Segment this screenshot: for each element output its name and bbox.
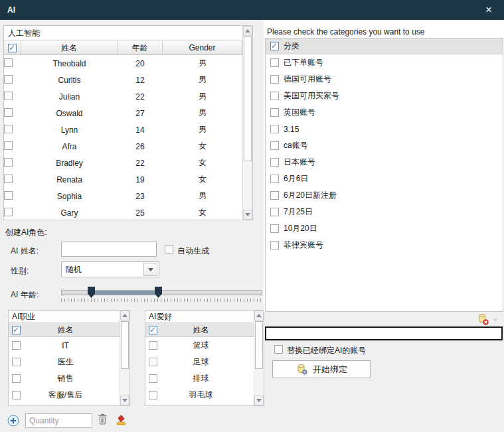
people-row[interactable]: Gary25女 — [4, 204, 242, 221]
row-checkbox[interactable] — [4, 141, 13, 150]
category-item-checkbox[interactable] — [270, 58, 279, 67]
category-item-checkbox[interactable] — [270, 92, 279, 100]
hobby-item[interactable]: 篮球 — [145, 337, 254, 354]
bind-account-input[interactable] — [265, 326, 503, 340]
category-item[interactable]: 菲律宾账号 — [266, 237, 503, 253]
scroll-up-icon[interactable] — [120, 311, 129, 321]
age-range-slider[interactable] — [61, 290, 262, 295]
occupation-item-checkbox[interactable] — [12, 374, 21, 383]
category-item[interactable]: 英国账号 — [266, 104, 503, 121]
category-item-label: 10月20日 — [284, 223, 317, 234]
hobby-item-checkbox[interactable] — [149, 374, 157, 383]
people-row[interactable]: Sophia23男 — [4, 188, 242, 204]
category-item-checkbox[interactable] — [270, 175, 279, 183]
category-item-checkbox[interactable] — [270, 191, 279, 200]
hobby-item-checkbox[interactable] — [149, 391, 157, 399]
scrollbar-thumb[interactable] — [244, 36, 252, 161]
category-item-checkbox[interactable] — [270, 158, 279, 167]
start-binding-button[interactable]: 开始绑定 — [272, 360, 371, 378]
scroll-up-icon[interactable] — [254, 311, 264, 321]
category-item[interactable]: 6月20日新注册 — [266, 187, 503, 204]
row-checkbox[interactable] — [4, 208, 13, 216]
category-item[interactable]: 10月20日 — [266, 220, 503, 237]
delete-button[interactable] — [98, 413, 108, 427]
hobby-item[interactable]: 羽毛球 — [145, 387, 254, 403]
category-select-all-checkbox[interactable] — [270, 42, 279, 50]
occupation-scrollbar[interactable] — [120, 311, 129, 405]
hobby-item-checkbox[interactable] — [149, 358, 157, 366]
occupation-item[interactable]: 医生 — [9, 354, 120, 370]
stamp-button[interactable] — [115, 413, 127, 428]
category-item-checkbox[interactable] — [270, 241, 279, 250]
hobby-scrollbar[interactable] — [254, 311, 264, 405]
slider-handle-max[interactable] — [155, 287, 162, 298]
scroll-down-icon[interactable] — [120, 396, 129, 405]
occupation-item-checkbox[interactable] — [12, 358, 21, 366]
row-checkbox[interactable] — [4, 191, 13, 200]
hobby-item[interactable]: 足球 — [145, 354, 254, 370]
occupation-item[interactable]: 销售 — [9, 370, 120, 387]
ai-name-input[interactable] — [61, 242, 157, 257]
occupation-header-label[interactable]: 姓名 — [21, 324, 120, 336]
category-item[interactable]: 美国可用买家号 — [266, 88, 503, 104]
occupation-select-all-checkbox[interactable] — [12, 326, 21, 334]
column-header-name[interactable]: 姓名 — [21, 41, 118, 54]
hobby-item-checkbox[interactable] — [149, 341, 157, 350]
occupation-item[interactable]: IT — [9, 337, 120, 354]
category-item-checkbox[interactable] — [270, 141, 279, 150]
replace-bound-checkbox[interactable] — [274, 345, 283, 354]
hobby-header-label[interactable]: 姓名 — [157, 324, 254, 336]
category-item-checkbox[interactable] — [270, 108, 279, 117]
occupation-item-checkbox[interactable] — [12, 391, 21, 399]
category-item-checkbox[interactable] — [270, 125, 279, 133]
category-item[interactable]: 德国可用账号 — [266, 71, 503, 88]
chevron-down-icon[interactable] — [143, 263, 157, 276]
row-checkbox[interactable] — [4, 75, 13, 84]
row-checkbox[interactable] — [4, 58, 13, 67]
slider-handle-min[interactable] — [88, 287, 95, 298]
people-row[interactable]: Afra26女 — [4, 138, 242, 155]
select-all-checkbox[interactable] — [8, 44, 17, 52]
hobby-select-all-checkbox[interactable] — [149, 326, 157, 334]
gender-dropdown[interactable]: 随机 — [61, 261, 159, 277]
people-row[interactable]: Curitis12男 — [4, 72, 242, 88]
people-row[interactable]: Lynn14男 — [4, 121, 242, 138]
title-bar[interactable]: AI × — [0, 0, 504, 20]
remove-binding-button[interactable] — [476, 313, 489, 328]
category-item-checkbox[interactable] — [270, 208, 279, 216]
occupation-item[interactable]: 客服/售后 — [9, 387, 120, 403]
scrollbar-thumb[interactable] — [121, 321, 129, 369]
add-button[interactable] — [7, 415, 19, 429]
scroll-up-icon[interactable] — [243, 26, 252, 36]
category-item-checkbox[interactable] — [270, 224, 279, 233]
dropdown-arrow-icon[interactable] — [493, 319, 498, 322]
column-header-age[interactable]: 年龄 — [118, 41, 163, 54]
category-item[interactable]: 3.15 — [266, 121, 503, 137]
close-icon[interactable]: × — [479, 0, 499, 20]
quantity-input[interactable] — [25, 413, 92, 428]
scrollbar-thumb[interactable] — [255, 321, 263, 369]
category-item[interactable]: 7月25日 — [266, 204, 503, 220]
scroll-down-icon[interactable] — [243, 210, 252, 220]
people-row[interactable]: Bradley22女 — [4, 155, 242, 171]
hobby-item[interactable]: 排球 — [145, 370, 254, 387]
auto-generate-checkbox[interactable] — [165, 245, 173, 253]
category-item[interactable]: ca账号 — [266, 137, 503, 154]
category-item[interactable]: 6月6日 — [266, 171, 503, 187]
people-row[interactable]: Renata19女 — [4, 171, 242, 188]
people-table-scrollbar[interactable] — [242, 26, 252, 220]
people-row[interactable]: Oswald27男 — [4, 105, 242, 121]
occupation-item-checkbox[interactable] — [12, 341, 21, 350]
row-checkbox[interactable] — [4, 108, 13, 117]
people-row[interactable]: Julian22男 — [4, 88, 242, 105]
row-checkbox[interactable] — [4, 125, 13, 133]
category-item[interactable]: 日本账号 — [266, 154, 503, 171]
scroll-down-icon[interactable] — [254, 396, 264, 405]
row-checkbox[interactable] — [4, 92, 13, 100]
column-header-gender[interactable]: Gender — [163, 41, 242, 54]
row-checkbox[interactable] — [4, 175, 13, 183]
category-item-checkbox[interactable] — [270, 75, 279, 84]
row-checkbox[interactable] — [4, 158, 13, 167]
category-item[interactable]: 已下单账号 — [266, 54, 503, 71]
people-row[interactable]: Theobald20男 — [4, 55, 242, 72]
